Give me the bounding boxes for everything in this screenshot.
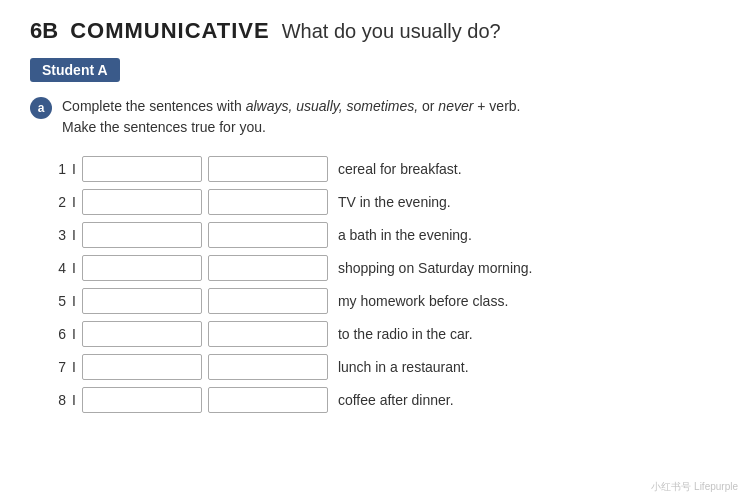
verb-input[interactable]: [208, 156, 328, 182]
verb-input[interactable]: [208, 387, 328, 413]
frequency-input[interactable]: [82, 288, 202, 314]
sentence-completion: cereal for breakfast.: [338, 161, 462, 177]
section-title: COMMUNICATIVE: [70, 18, 270, 44]
header: 6B COMMUNICATIVE What do you usually do?: [30, 18, 718, 44]
frequency-input[interactable]: [82, 354, 202, 380]
sentence-number: 4: [50, 260, 66, 276]
sentence-row: 6Ito the radio in the car.: [50, 321, 718, 347]
sentence-completion: lunch in a restaurant.: [338, 359, 469, 375]
sentence-subject: I: [72, 194, 76, 210]
instruction-row: a Complete the sentences with always, us…: [30, 96, 718, 138]
frequency-input[interactable]: [82, 189, 202, 215]
verb-input[interactable]: [208, 255, 328, 281]
sentence-subject: I: [72, 326, 76, 342]
page: 6B COMMUNICATIVE What do you usually do?…: [0, 0, 748, 500]
sentence-number: 7: [50, 359, 66, 375]
sentence-subject: I: [72, 392, 76, 408]
sentence-number: 8: [50, 392, 66, 408]
sentence-number: 6: [50, 326, 66, 342]
sentences-list: 1Icereal for breakfast.2ITV in the eveni…: [30, 156, 718, 413]
sentence-subject: I: [72, 293, 76, 309]
instruction-line2: Make the sentences true for you.: [62, 119, 266, 135]
sentence-row: 8Icoffee after dinner.: [50, 387, 718, 413]
verb-input[interactable]: [208, 321, 328, 347]
sentence-completion: a bath in the evening.: [338, 227, 472, 243]
verb-input[interactable]: [208, 189, 328, 215]
instruction-text: Complete the sentences with always, usua…: [62, 96, 520, 138]
frequency-input[interactable]: [82, 321, 202, 347]
sentence-subject: I: [72, 260, 76, 276]
frequency-input[interactable]: [82, 255, 202, 281]
student-badge: Student A: [30, 58, 120, 82]
sentence-subject: I: [72, 227, 76, 243]
sentence-row: 2ITV in the evening.: [50, 189, 718, 215]
sentence-subject: I: [72, 359, 76, 375]
instruction-line1: Complete the sentences with always, usua…: [62, 98, 520, 114]
instruction-label: a: [30, 97, 52, 119]
watermark: 小红书号 Lifepurple: [651, 480, 738, 494]
sentence-number: 2: [50, 194, 66, 210]
sentence-number: 1: [50, 161, 66, 177]
sentence-completion: coffee after dinner.: [338, 392, 454, 408]
unit-label: 6B: [30, 18, 58, 44]
sentence-row: 7Ilunch in a restaurant.: [50, 354, 718, 380]
verb-input[interactable]: [208, 354, 328, 380]
sentence-row: 5Imy homework before class.: [50, 288, 718, 314]
sentence-completion: shopping on Saturday morning.: [338, 260, 533, 276]
sentence-number: 5: [50, 293, 66, 309]
sentence-row: 3Ia bath in the evening.: [50, 222, 718, 248]
sentence-subject: I: [72, 161, 76, 177]
sentence-row: 1Icereal for breakfast.: [50, 156, 718, 182]
frequency-input[interactable]: [82, 156, 202, 182]
sentence-number: 3: [50, 227, 66, 243]
frequency-input[interactable]: [82, 222, 202, 248]
verb-input[interactable]: [208, 288, 328, 314]
sentence-completion: TV in the evening.: [338, 194, 451, 210]
sentence-completion: my homework before class.: [338, 293, 508, 309]
sentence-row: 4Ishopping on Saturday morning.: [50, 255, 718, 281]
verb-input[interactable]: [208, 222, 328, 248]
section-subtitle: What do you usually do?: [282, 20, 501, 43]
frequency-input[interactable]: [82, 387, 202, 413]
sentence-completion: to the radio in the car.: [338, 326, 473, 342]
